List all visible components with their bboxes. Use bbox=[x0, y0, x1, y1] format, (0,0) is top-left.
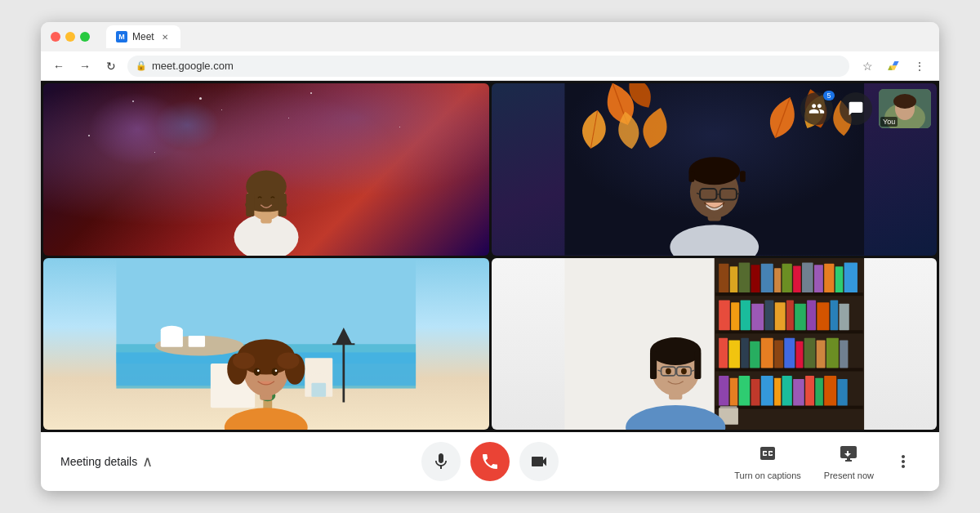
svg-rect-82 bbox=[741, 337, 749, 368]
svg-rect-99 bbox=[793, 379, 804, 406]
svg-rect-62 bbox=[793, 265, 801, 292]
svg-rect-5 bbox=[246, 193, 254, 216]
svg-point-45 bbox=[254, 368, 261, 376]
back-button[interactable]: ← bbox=[49, 56, 69, 76]
browser-window: M Meet ✕ ← → ↻ 🔒 meet.google.com ☆ ⋮ bbox=[41, 22, 939, 491]
bookmark-icon[interactable]: ☆ bbox=[856, 55, 879, 78]
toolbar-icons: ☆ ⋮ bbox=[856, 55, 931, 78]
svg-rect-110 bbox=[649, 351, 656, 379]
self-view[interactable]: You bbox=[879, 89, 931, 128]
svg-rect-30 bbox=[311, 382, 326, 396]
svg-rect-71 bbox=[751, 303, 764, 330]
participants-badge: 5 bbox=[823, 91, 835, 100]
svg-rect-81 bbox=[728, 340, 740, 368]
svg-rect-93 bbox=[729, 377, 737, 405]
svg-rect-105 bbox=[719, 406, 737, 408]
svg-point-14 bbox=[688, 157, 739, 185]
svg-rect-88 bbox=[804, 337, 815, 368]
meeting-details-button[interactable]: Meeting details ∧ bbox=[60, 453, 153, 471]
svg-rect-79 bbox=[839, 303, 849, 330]
svg-point-109 bbox=[649, 337, 700, 365]
video-grid bbox=[41, 81, 939, 432]
svg-rect-73 bbox=[774, 302, 785, 330]
center-controls bbox=[421, 442, 559, 481]
meet-bottom-bar: Meeting details ∧ bbox=[41, 432, 939, 491]
url-text: meet.google.com bbox=[152, 60, 234, 72]
captions-icon bbox=[758, 444, 777, 467]
svg-point-48 bbox=[275, 369, 278, 372]
svg-point-46 bbox=[272, 368, 278, 376]
svg-rect-87 bbox=[795, 341, 803, 368]
svg-rect-91 bbox=[840, 340, 848, 368]
svg-rect-67 bbox=[844, 262, 857, 292]
svg-rect-15 bbox=[688, 171, 694, 182]
svg-rect-90 bbox=[826, 337, 838, 368]
svg-point-117 bbox=[665, 368, 670, 373]
svg-rect-52 bbox=[715, 330, 863, 333]
svg-rect-61 bbox=[782, 263, 791, 292]
more-menu-icon[interactable]: ⋮ bbox=[908, 55, 931, 78]
close-traffic-light[interactable] bbox=[51, 32, 60, 42]
svg-rect-102 bbox=[824, 375, 836, 405]
svg-rect-92 bbox=[719, 375, 728, 405]
url-bar[interactable]: 🔒 meet.google.com bbox=[127, 56, 849, 77]
drive-icon[interactable] bbox=[882, 55, 905, 78]
meet-content: 5 You bbox=[41, 81, 939, 432]
present-now-button[interactable]: Present now bbox=[814, 439, 884, 485]
svg-rect-68 bbox=[719, 300, 730, 330]
svg-rect-78 bbox=[830, 300, 838, 330]
svg-rect-70 bbox=[740, 300, 750, 330]
svg-rect-97 bbox=[774, 377, 781, 405]
svg-point-37 bbox=[225, 408, 308, 430]
video-cell-participant-4 bbox=[492, 258, 938, 430]
svg-rect-57 bbox=[738, 262, 750, 292]
refresh-button[interactable]: ↻ bbox=[101, 56, 121, 76]
svg-rect-80 bbox=[719, 337, 728, 368]
chat-button[interactable] bbox=[840, 92, 872, 125]
svg-rect-111 bbox=[694, 351, 701, 379]
svg-rect-84 bbox=[760, 337, 773, 368]
svg-rect-95 bbox=[751, 379, 760, 406]
svg-rect-59 bbox=[760, 263, 773, 292]
video-cell-participant-3 bbox=[43, 258, 489, 430]
minimize-traffic-light[interactable] bbox=[65, 32, 75, 42]
svg-rect-72 bbox=[764, 300, 773, 330]
traffic-lights bbox=[51, 32, 90, 42]
title-bar: M Meet ✕ bbox=[41, 22, 939, 51]
svg-rect-58 bbox=[751, 265, 760, 292]
svg-rect-85 bbox=[774, 340, 783, 368]
microphone-button[interactable] bbox=[421, 442, 461, 481]
svg-rect-74 bbox=[786, 300, 794, 330]
svg-rect-96 bbox=[760, 375, 773, 405]
svg-rect-89 bbox=[816, 340, 825, 368]
svg-rect-63 bbox=[802, 262, 813, 292]
svg-rect-53 bbox=[715, 368, 863, 371]
svg-point-44 bbox=[277, 352, 299, 368]
svg-rect-98 bbox=[782, 375, 791, 405]
svg-rect-103 bbox=[837, 379, 847, 406]
participants-button[interactable]: 5 bbox=[800, 92, 833, 125]
meet-top-controls: 5 You bbox=[800, 89, 931, 128]
active-tab[interactable]: M Meet ✕ bbox=[106, 25, 180, 48]
svg-rect-51 bbox=[715, 292, 863, 296]
captions-button[interactable]: Turn on captions bbox=[724, 439, 811, 485]
svg-rect-75 bbox=[795, 303, 806, 330]
camera-button[interactable] bbox=[519, 442, 559, 481]
svg-rect-77 bbox=[817, 302, 829, 330]
svg-rect-69 bbox=[731, 302, 739, 330]
video-cell-participant-1 bbox=[43, 83, 489, 256]
tab-close-button[interactable]: ✕ bbox=[159, 31, 171, 42]
lock-icon: 🔒 bbox=[136, 60, 147, 71]
present-now-label: Present now bbox=[824, 471, 874, 480]
svg-point-47 bbox=[257, 369, 260, 372]
meeting-details-label: Meeting details bbox=[60, 455, 137, 468]
end-call-button[interactable] bbox=[470, 442, 510, 481]
more-options-button[interactable] bbox=[887, 445, 920, 478]
tab-title: Meet bbox=[132, 31, 154, 42]
tab-bar: M Meet ✕ bbox=[106, 25, 180, 48]
tab-favicon: M bbox=[116, 31, 127, 42]
forward-button[interactable]: → bbox=[75, 56, 95, 76]
svg-rect-66 bbox=[835, 266, 843, 292]
svg-rect-65 bbox=[824, 263, 834, 292]
maximize-traffic-light[interactable] bbox=[80, 32, 90, 42]
